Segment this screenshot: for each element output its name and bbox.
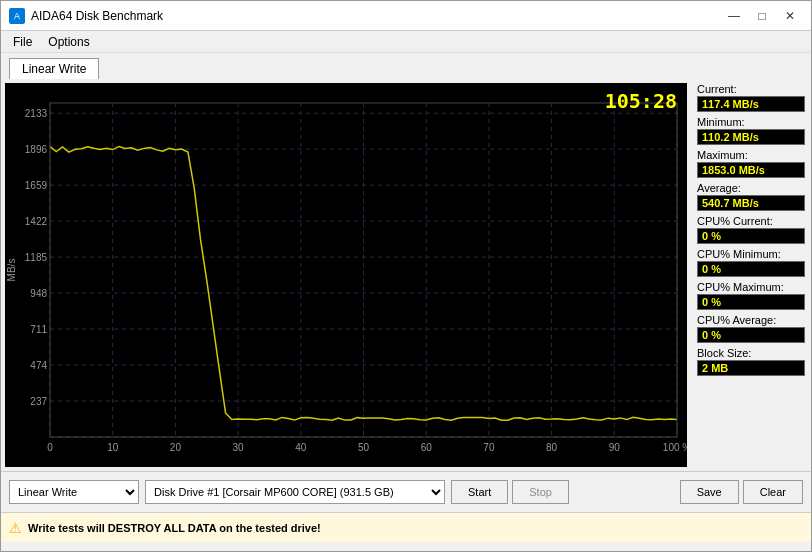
main-window: A AIDA64 Disk Benchmark — □ ✕ File Optio… — [0, 0, 812, 552]
cpu-maximum-label: CPU% Maximum: — [697, 281, 805, 293]
window-controls: — □ ✕ — [721, 6, 803, 26]
disk-chart — [5, 83, 687, 467]
test-type-select[interactable]: Linear Write — [9, 480, 139, 504]
cpu-maximum-value: 0 % — [697, 294, 805, 310]
stat-cpu-current: CPU% Current: 0 % — [697, 215, 805, 244]
bottom-bar: Linear Write Disk Drive #1 [Corsair MP60… — [1, 471, 811, 551]
stat-minimum: Minimum: 110.2 MB/s — [697, 116, 805, 145]
window-title: AIDA64 Disk Benchmark — [31, 9, 163, 23]
menu-file[interactable]: File — [5, 33, 40, 51]
warning-row: ⚠ Write tests will DESTROY ALL DATA on t… — [1, 512, 811, 542]
menu-bar: File Options — [1, 31, 811, 53]
app-icon: A — [9, 8, 25, 24]
stat-cpu-average: CPU% Average: 0 % — [697, 314, 805, 343]
cpu-current-label: CPU% Current: — [697, 215, 805, 227]
menu-options[interactable]: Options — [40, 33, 97, 51]
drive-select[interactable]: Disk Drive #1 [Corsair MP600 CORE] (931.… — [145, 480, 445, 504]
maximize-button[interactable]: □ — [749, 6, 775, 26]
clear-button[interactable]: Clear — [743, 480, 803, 504]
title-bar: A AIDA64 Disk Benchmark — □ ✕ — [1, 1, 811, 31]
stat-maximum: Maximum: 1853.0 MB/s — [697, 149, 805, 178]
start-button[interactable]: Start — [451, 480, 508, 504]
controls-row: Linear Write Disk Drive #1 [Corsair MP60… — [1, 472, 811, 512]
stat-cpu-maximum: CPU% Maximum: 0 % — [697, 281, 805, 310]
block-size-value: 2 MB — [697, 360, 805, 376]
tab-bar: Linear Write — [1, 53, 811, 79]
minimum-value: 110.2 MB/s — [697, 129, 805, 145]
action-buttons: Start Stop — [451, 480, 569, 504]
tab-linear-write[interactable]: Linear Write — [9, 58, 99, 79]
chart-area: 105:28 — [5, 83, 687, 467]
minimize-button[interactable]: — — [721, 6, 747, 26]
maximum-label: Maximum: — [697, 149, 805, 161]
block-size-label: Block Size: — [697, 347, 805, 359]
cpu-minimum-label: CPU% Minimum: — [697, 248, 805, 260]
current-value: 117.4 MB/s — [697, 96, 805, 112]
warning-icon: ⚠ — [9, 520, 22, 536]
current-label: Current: — [697, 83, 805, 95]
average-label: Average: — [697, 182, 805, 194]
stat-average: Average: 540.7 MB/s — [697, 182, 805, 211]
close-button[interactable]: ✕ — [777, 6, 803, 26]
cpu-average-value: 0 % — [697, 327, 805, 343]
cpu-minimum-value: 0 % — [697, 261, 805, 277]
save-clear-buttons: Save Clear — [680, 480, 803, 504]
minimum-label: Minimum: — [697, 116, 805, 128]
save-button[interactable]: Save — [680, 480, 739, 504]
cpu-average-label: CPU% Average: — [697, 314, 805, 326]
cpu-current-value: 0 % — [697, 228, 805, 244]
maximum-value: 1853.0 MB/s — [697, 162, 805, 178]
average-value: 540.7 MB/s — [697, 195, 805, 211]
stat-current: Current: 117.4 MB/s — [697, 83, 805, 112]
main-content: 105:28 Current: 117.4 MB/s Minimum: 110.… — [1, 79, 811, 471]
stat-cpu-minimum: CPU% Minimum: 0 % — [697, 248, 805, 277]
sidebar-stats: Current: 117.4 MB/s Minimum: 110.2 MB/s … — [691, 79, 811, 471]
stat-block-size: Block Size: 2 MB — [697, 347, 805, 376]
warning-text: Write tests will DESTROY ALL DATA on the… — [28, 522, 321, 534]
title-bar-left: A AIDA64 Disk Benchmark — [9, 8, 163, 24]
timer-display: 105:28 — [605, 89, 677, 113]
stop-button[interactable]: Stop — [512, 480, 569, 504]
